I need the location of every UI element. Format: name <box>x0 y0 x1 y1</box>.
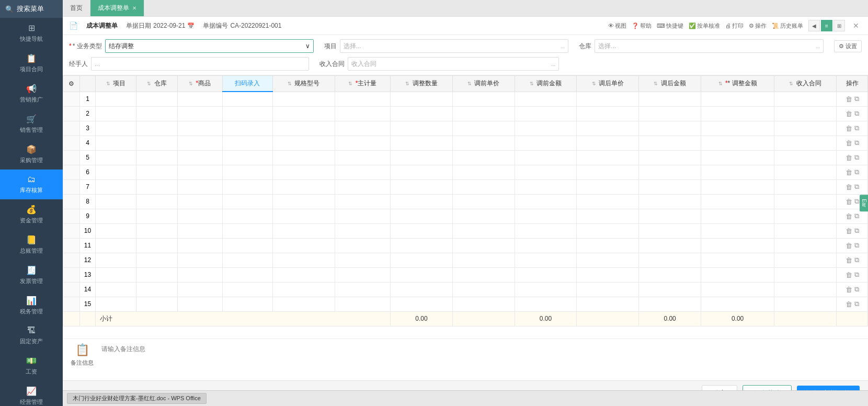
cell[interactable] <box>222 92 272 106</box>
cell[interactable] <box>96 209 136 223</box>
col-project[interactable]: ⇅ 项目 <box>96 76 136 92</box>
copy-icon[interactable]: ⧉ <box>854 183 859 191</box>
cell[interactable] <box>515 179 577 194</box>
income-contract-input[interactable]: 收入合同 ... <box>348 57 559 71</box>
cell[interactable] <box>177 106 222 121</box>
cell[interactable] <box>515 165 577 179</box>
sidebar-search[interactable]: 🔍 搜索菜单 <box>0 0 63 18</box>
cell[interactable] <box>452 238 515 253</box>
cell[interactable] <box>639 92 701 106</box>
delete-icon[interactable]: 🗑 <box>846 168 852 176</box>
cell[interactable] <box>391 282 453 297</box>
cell[interactable] <box>96 92 136 106</box>
cell[interactable] <box>774 267 837 282</box>
copy-icon[interactable]: ⧉ <box>854 197 859 206</box>
cell[interactable] <box>96 194 136 209</box>
cell[interactable] <box>391 165 453 179</box>
cell[interactable] <box>577 223 639 238</box>
cell[interactable] <box>177 136 222 150</box>
cell[interactable] <box>136 194 177 209</box>
cell[interactable] <box>639 209 701 223</box>
cell[interactable] <box>335 179 390 194</box>
cell[interactable] <box>335 150 390 165</box>
remark-input[interactable] <box>101 343 862 355</box>
cell[interactable] <box>515 106 577 121</box>
cell[interactable] <box>701 223 774 238</box>
copy-icon[interactable]: ⧉ <box>854 109 859 118</box>
cell[interactable] <box>774 179 837 194</box>
copy-icon[interactable]: ⧉ <box>854 227 859 235</box>
grid-view-icon[interactable]: ⊞ <box>833 20 845 31</box>
copy-icon[interactable]: ⧉ <box>854 153 859 162</box>
cell[interactable] <box>701 267 774 282</box>
col-before-amount[interactable]: ⇅ 调前金额 <box>515 76 577 92</box>
cell[interactable] <box>639 223 701 238</box>
delete-icon[interactable]: 🗑 <box>846 271 852 279</box>
cell[interactable] <box>452 209 515 223</box>
action-help[interactable]: ❓ 帮助 <box>632 22 652 30</box>
cell[interactable] <box>96 121 136 136</box>
cell[interactable] <box>335 106 390 121</box>
cell[interactable] <box>577 297 639 311</box>
cell[interactable] <box>452 297 515 311</box>
cell[interactable] <box>515 297 577 311</box>
nav-prev-icon[interactable]: ◀ <box>808 20 820 31</box>
cell[interactable] <box>136 150 177 165</box>
cell[interactable] <box>639 136 701 150</box>
cell[interactable] <box>639 194 701 209</box>
tab-close-icon[interactable]: ✕ <box>132 5 136 11</box>
cell[interactable] <box>272 136 335 150</box>
cell[interactable] <box>177 238 222 253</box>
cell[interactable] <box>136 179 177 194</box>
cell[interactable] <box>577 165 639 179</box>
cell[interactable] <box>577 253 639 267</box>
cell[interactable] <box>391 136 453 150</box>
cell[interactable] <box>391 209 453 223</box>
action-view[interactable]: 👁 视图 <box>608 22 626 30</box>
copy-icon[interactable]: ⧉ <box>854 212 859 220</box>
cell[interactable] <box>335 297 390 311</box>
window-close-button[interactable]: ✕ <box>850 20 862 31</box>
cell[interactable] <box>391 106 453 121</box>
cell[interactable] <box>222 165 272 179</box>
col-adjust-qty[interactable]: ⇅ 调整数量 <box>391 76 453 92</box>
action-shortcut[interactable]: ⌨ 快捷键 <box>657 22 683 30</box>
cell[interactable] <box>136 121 177 136</box>
cell[interactable] <box>335 238 390 253</box>
copy-icon[interactable]: ⧉ <box>854 256 859 264</box>
cell[interactable] <box>177 194 222 209</box>
cell[interactable] <box>177 297 222 311</box>
cell[interactable] <box>177 267 222 282</box>
col-settings[interactable]: ⚙ <box>63 76 80 92</box>
sidebar-item-sales[interactable]: 🛒 销售管理 <box>0 109 63 139</box>
cell[interactable] <box>272 121 335 136</box>
cell[interactable] <box>515 253 577 267</box>
cell[interactable] <box>774 209 837 223</box>
sidebar-item-operations[interactable]: 📈 经营管理 <box>0 381 63 406</box>
copy-icon[interactable]: ⧉ <box>854 124 859 132</box>
cell[interactable] <box>452 282 515 297</box>
settings-button[interactable]: ⚙ 设置 <box>834 40 862 52</box>
cell[interactable] <box>577 194 639 209</box>
cell[interactable] <box>177 282 222 297</box>
cell[interactable] <box>177 209 222 223</box>
cell[interactable] <box>577 150 639 165</box>
cell[interactable] <box>391 150 453 165</box>
delete-icon[interactable]: 🗑 <box>846 154 852 162</box>
cell[interactable] <box>222 238 272 253</box>
project-input[interactable]: 选择... ... <box>340 39 569 53</box>
cell[interactable] <box>222 253 272 267</box>
copy-icon[interactable]: ⧉ <box>854 95 859 103</box>
cell[interactable] <box>515 209 577 223</box>
cell[interactable] <box>391 179 453 194</box>
cell[interactable] <box>391 194 453 209</box>
action-print[interactable]: 🖨 打印 <box>725 22 744 30</box>
cell[interactable] <box>222 194 272 209</box>
green-badge[interactable]: Ear <box>860 195 868 211</box>
cell[interactable] <box>136 238 177 253</box>
cell[interactable] <box>222 106 272 121</box>
calendar-icon[interactable]: 📅 <box>187 22 195 29</box>
action-operation[interactable]: ⚙ 操作 <box>749 22 767 30</box>
cell[interactable] <box>391 238 453 253</box>
sidebar-item-marketing[interactable]: 📢 营销推广 <box>0 78 63 109</box>
